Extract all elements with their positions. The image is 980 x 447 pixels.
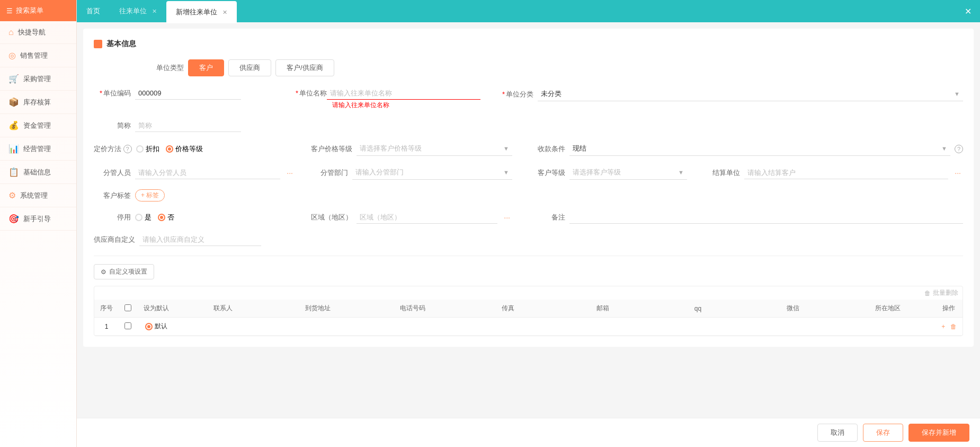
manager-input[interactable] [135, 166, 280, 179]
default-radio[interactable]: 默认 [142, 322, 170, 331]
radio-yes-circle [135, 214, 142, 221]
search-menu[interactable]: ☰ 搜索菜单 [0, 0, 76, 21]
close-all-tabs[interactable]: ✕ [956, 6, 980, 16]
address-input[interactable] [275, 323, 360, 330]
field-unit-code: *单位编码 [94, 87, 274, 100]
cell-address[interactable] [270, 318, 365, 336]
batch-delete-button[interactable]: 🗑 批量删除 [924, 288, 958, 297]
unit-type-group: 客户 供应商 客户/供应商 [188, 59, 334, 76]
radio-yes[interactable]: 是 [135, 213, 152, 222]
field-settlement-unit: 结算单位 ··· [703, 166, 963, 179]
cell-fax[interactable] [460, 318, 555, 336]
unit-name-label: *单位名称 [290, 89, 327, 98]
field-abbreviation: 简称 [94, 119, 274, 132]
sidebar-item-sales[interactable]: ◎ 销售管理 [0, 44, 76, 67]
customer-level-placeholder: 请选择客户等级 [573, 168, 676, 177]
sidebar-item-basic[interactable]: 📋 基础信息 [0, 161, 76, 184]
phone-input[interactable] [371, 323, 455, 330]
sidebar-item-finance[interactable]: 💰 资金管理 [0, 114, 76, 137]
abbreviation-input[interactable] [135, 119, 241, 132]
settlement-ellipsis[interactable]: ··· [952, 169, 963, 177]
save-and-new-button[interactable]: 保存并新增 [908, 424, 969, 442]
settlement-unit-input[interactable] [744, 166, 948, 179]
region-cell-input[interactable] [845, 323, 930, 330]
pricing-method-help[interactable]: ? [123, 145, 132, 153]
save-button[interactable]: 保存 [863, 424, 903, 442]
cell-qq[interactable] [651, 318, 745, 336]
radio-discount[interactable]: 折扣 [136, 144, 159, 154]
customer-level-arrow: ▼ [678, 169, 684, 176]
contact-input[interactable] [181, 323, 265, 330]
bottom-bar: 取消 保存 保存并新增 [77, 418, 980, 447]
field-department: 分管部门 请输入分管部门 ▼ [311, 165, 512, 180]
search-menu-label: 搜索菜单 [16, 6, 43, 15]
qq-input[interactable] [656, 323, 740, 330]
sidebar-item-operations[interactable]: 📊 经营管理 [0, 137, 76, 161]
cell-contact[interactable] [175, 318, 270, 336]
sidebar-item-guide[interactable]: 🎯 新手引导 [0, 207, 76, 231]
customer-price-level-placeholder: 请选择客户价格等级 [360, 144, 501, 153]
sidebar-item-inventory[interactable]: 📦 库存核算 [0, 91, 76, 114]
th-contact: 联系人 [175, 300, 270, 318]
sidebar-label-guide: 新手引导 [23, 214, 51, 224]
row-checkbox[interactable] [124, 322, 131, 329]
email-input[interactable] [560, 323, 645, 330]
customer-price-level-select[interactable]: 请选择客户价格等级 ▼ [357, 142, 512, 156]
manager-ellipsis[interactable]: ··· [284, 169, 295, 177]
radio-price-level-circle [166, 145, 173, 153]
delete-row-btn[interactable]: 🗑 [950, 323, 957, 330]
unit-type-both[interactable]: 客户/供应商 [275, 59, 334, 76]
add-tag-label: + 标签 [141, 191, 159, 200]
payment-terms-select[interactable]: 现结 ▼ [569, 142, 950, 156]
payment-terms-arrow: ▼ [941, 145, 947, 152]
unit-category-select[interactable]: 未分类 ▼ [538, 87, 963, 101]
unit-type-customer[interactable]: 客户 [188, 59, 224, 76]
fax-input[interactable] [466, 323, 550, 330]
row-abbreviation: 简称 [94, 119, 963, 132]
remark-input[interactable] [569, 211, 963, 224]
row-pricing: 定价方法 ? 折扣 价格等级 [94, 142, 963, 156]
radio-no[interactable]: 否 [158, 213, 174, 222]
contact-table: 序号 设为默认 联系人 到货地址 电话号码 传真 邮箱 qq 微信 所在地区 操… [94, 300, 963, 336]
settlement-unit-label: 结算单位 [703, 168, 740, 178]
sidebar-item-purchase[interactable]: 🛒 采购管理 [0, 67, 76, 91]
customer-level-select[interactable]: 请选择客户等级 ▼ [569, 165, 687, 180]
cancel-button[interactable]: 取消 [817, 424, 858, 442]
cell-wechat[interactable] [745, 318, 840, 336]
department-select[interactable]: 请输入分管部门 ▼ [352, 165, 512, 180]
sidebar: ☰ 搜索菜单 ⌂ 快捷导航 ◎ 销售管理 🛒 采购管理 📦 库存核算 💰 资金管… [0, 0, 77, 447]
select-all-checkbox[interactable] [124, 304, 131, 311]
sidebar-label-purchase: 采购管理 [23, 74, 51, 84]
table-row: 1 默认 [94, 318, 963, 336]
wechat-input[interactable] [751, 323, 835, 330]
abbreviation-label: 简称 [94, 121, 131, 130]
field-unit-name: *单位名称 请输入往来单位名称 [290, 87, 480, 110]
add-row-btn[interactable]: + [941, 323, 945, 330]
region-ellipsis[interactable]: ··· [502, 213, 512, 222]
region-input[interactable] [357, 211, 497, 224]
unit-type-supplier[interactable]: 供应商 [228, 59, 271, 76]
supplier-custom-input[interactable] [139, 233, 261, 246]
cell-region[interactable] [840, 318, 935, 336]
cell-email[interactable] [555, 318, 650, 336]
table-header-bar: 🗑 批量删除 [94, 286, 963, 300]
unit-type-row: 单位类型 客户 供应商 客户/供应商 [147, 59, 963, 76]
radio-price-level-label: 价格等级 [175, 144, 203, 154]
sidebar-item-system[interactable]: ⚙ 系统管理 [0, 184, 76, 207]
customize-settings-button[interactable]: ⚙ 自定义项设置 [94, 264, 154, 279]
payment-terms-help[interactable]: ? [955, 145, 963, 153]
tab-home[interactable]: 首页 [77, 0, 110, 22]
unit-name-input[interactable] [327, 87, 480, 100]
radio-no-label: 否 [167, 213, 174, 222]
tab-new-transaction[interactable]: 新增往来单位 ✕ [166, 1, 237, 23]
add-tag-button[interactable]: + 标签 [135, 189, 165, 201]
tab-transactions-close[interactable]: ✕ [152, 8, 157, 15]
tab-transactions[interactable]: 往来单位 ✕ [110, 0, 166, 22]
unit-code-input[interactable] [135, 87, 241, 100]
cell-phone[interactable] [366, 318, 460, 336]
radio-price-level[interactable]: 价格等级 [166, 144, 203, 154]
sidebar-item-quick-nav[interactable]: ⌂ 快捷导航 [0, 21, 76, 44]
form-container: 基本信息 单位类型 客户 供应商 客户/供应商 *单位编码 [83, 29, 974, 347]
tab-new-transaction-close[interactable]: ✕ [222, 9, 227, 16]
payment-terms-label: 收款条件 [528, 144, 565, 154]
